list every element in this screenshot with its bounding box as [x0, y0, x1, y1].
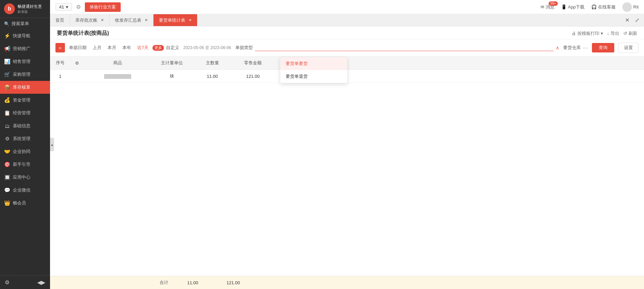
- col-quantity: 主数量: [192, 57, 233, 70]
- date-range-text: 2023-05-06 至 2023-06-06: [183, 45, 231, 51]
- app-center-icon: 🔲: [4, 174, 10, 180]
- col-unit: 主计量单位: [151, 57, 192, 70]
- sidebar-item-purchase[interactable]: 🛒 采购管理: [0, 68, 50, 81]
- sidebar-item-finance[interactable]: 💰 资金管理: [0, 94, 50, 107]
- print-action[interactable]: 🖨 按模板打印 ▾: [572, 30, 603, 37]
- export-icon: ↓: [607, 31, 610, 36]
- date-btn-this-year[interactable]: 本年: [120, 44, 133, 51]
- tab-close-all-btn[interactable]: ✕: [623, 16, 631, 24]
- date-custom-btn[interactable]: 自定义: [166, 45, 179, 51]
- tab-label: 要货单统计表: [159, 17, 185, 23]
- col-settings[interactable]: ⚙: [70, 57, 84, 70]
- col-goods: 商品: [84, 57, 151, 70]
- sidebar-item-label: 企业微信: [13, 187, 30, 193]
- sidebar-bottom: ⚙ ◀▶: [0, 275, 50, 289]
- mobile-icon: 📱: [561, 4, 567, 9]
- topbar-dropdown-arrow: ▾: [66, 4, 68, 9]
- tab-close-order-stats[interactable]: ✕: [189, 18, 192, 22]
- cell-settings: [70, 70, 84, 83]
- date-filter-label: 单据日期: [69, 45, 87, 51]
- dropdown-item-order-return[interactable]: 要货单退货: [280, 70, 347, 83]
- tab-order-stats[interactable]: 要货单统计表 ✕: [153, 14, 197, 26]
- search-icon: 🔍: [4, 21, 9, 26]
- sidebar-item-label: 资金管理: [13, 97, 30, 103]
- user-avatar-item[interactable]: Rit: [622, 2, 639, 12]
- sidebar-item-label: 基础信息: [13, 123, 30, 129]
- sidebar: b 畅捷通好生意 标准版 🔍 搜索菜单 ⚡ 快捷导航 📢 营销推广 📊 销售管理…: [0, 0, 50, 289]
- sidebar-item-label: 库存核算: [13, 84, 30, 90]
- quick-nav-icon: ⚡: [4, 33, 10, 39]
- table-container: 序号 ⚙ 商品 主计量单位 主数量 零售金额 1: [50, 57, 644, 276]
- type-filter-label: 单据类型: [235, 45, 253, 51]
- date-more-badge[interactable]: 更多: [152, 45, 164, 51]
- settings-bottom-icon[interactable]: ⚙: [5, 279, 9, 286]
- date-btn-this-month[interactable]: 本月: [105, 44, 118, 51]
- type-dropdown-popup: 要货单要货 要货单退货: [280, 57, 348, 83]
- sidebar-item-vip[interactable]: 👑 畅会员: [0, 197, 50, 209]
- footer-amount: 121.00: [213, 280, 254, 285]
- type-filter-input[interactable]: [255, 44, 554, 51]
- sidebar-search[interactable]: 🔍 搜索菜单: [0, 18, 50, 29]
- col-seq: 序号: [50, 57, 70, 70]
- tab-close-shipment[interactable]: ✕: [145, 18, 148, 22]
- wechat-icon: 💬: [4, 187, 10, 193]
- export-action[interactable]: ↓ 导出: [607, 30, 620, 37]
- settings-gear-icon[interactable]: ⚙: [76, 4, 81, 10]
- app-name: 畅捷通好生意: [18, 4, 42, 9]
- sidebar-item-quick-nav[interactable]: ⚡ 快捷导航: [0, 29, 50, 42]
- settings-btn[interactable]: 设置: [618, 43, 639, 53]
- date-btn-7days[interactable]: 近7天: [135, 44, 150, 51]
- tab-shipment-summary[interactable]: 收发存汇总表 ✕: [110, 14, 153, 26]
- sidebar-item-label: 快捷导航: [13, 33, 30, 39]
- cell-unit: 块: [151, 70, 192, 83]
- dropdown-item-order-goods[interactable]: 要货单要货: [280, 57, 347, 70]
- warehouse-filter-label: 要货仓库: [563, 45, 581, 51]
- main-area: 41 ▾ ⚙ 体验行业方案 ✉ 消息 99+ 📱 App下载 🎧 在线客服 Ri…: [50, 0, 644, 289]
- query-btn[interactable]: 查询: [592, 43, 614, 52]
- app-download-item[interactable]: 📱 App下载: [561, 4, 585, 10]
- sidebar-item-label: 系统管理: [13, 136, 30, 142]
- enterprise-icon: 🤝: [4, 149, 10, 155]
- sidebar-item-wechat[interactable]: 💬 企业微信: [0, 184, 50, 197]
- refresh-action[interactable]: ↺ 刷新: [623, 30, 637, 37]
- sidebar-collapse-btn[interactable]: ▲: [50, 138, 54, 151]
- tab-maximize-btn[interactable]: ⤢: [633, 16, 641, 24]
- tab-close-inventory-batch[interactable]: ✕: [101, 18, 104, 22]
- online-service-label: 在线客服: [598, 4, 616, 10]
- tab-actions: ✕ ⤢: [620, 16, 644, 24]
- sidebar-item-inventory[interactable]: 📦 库存核算: [0, 81, 50, 94]
- sidebar-item-label: 应用中心: [13, 174, 30, 180]
- sidebar-item-guide[interactable]: 🎯 新手引导: [0, 158, 50, 171]
- sidebar-item-enterprise[interactable]: 🤝 企业协同: [0, 145, 50, 158]
- tab-label: 收发存汇总表: [115, 17, 141, 23]
- trial-btn[interactable]: 体验行业方案: [85, 2, 121, 12]
- cell-amount: 121.00: [233, 70, 273, 83]
- topbar-dropdown-value: 41: [59, 4, 64, 9]
- sidebar-item-app-center[interactable]: 🔲 应用中心: [0, 171, 50, 184]
- message-icon: ✉: [541, 4, 544, 9]
- operation-icon: 📋: [4, 110, 10, 116]
- cell-goods: [84, 70, 151, 83]
- vip-icon: 👑: [4, 200, 10, 206]
- online-service-item[interactable]: 🎧 在线客服: [591, 4, 616, 10]
- page-actions: 🖨 按模板打印 ▾ ↓ 导出 ↺ 刷新: [572, 30, 638, 37]
- messages-item[interactable]: ✉ 消息 99+: [541, 4, 554, 10]
- tab-label: 库存批次账: [75, 17, 97, 23]
- tab-inventory-batch[interactable]: 库存批次账 ✕: [70, 14, 110, 26]
- date-btn-last-month[interactable]: 上月: [91, 44, 103, 51]
- warehouse-more-btn[interactable]: ···: [583, 44, 588, 51]
- user-name: Rit: [633, 4, 639, 9]
- topbar-dropdown[interactable]: 41 ▾: [55, 3, 72, 11]
- topbar-right: ✉ 消息 99+ 📱 App下载 🎧 在线客服 Rit: [541, 2, 639, 12]
- sidebar-item-label: 新手引导: [13, 161, 30, 168]
- type-filter-arrow[interactable]: ∧: [556, 45, 559, 50]
- sidebar-item-operation[interactable]: 📋 经营管理: [0, 107, 50, 119]
- sidebar-item-sales[interactable]: 📊 销售管理: [0, 55, 50, 68]
- sidebar-item-system[interactable]: ⚙ 系统管理: [0, 132, 50, 145]
- sidebar-logo: b 畅捷通好生意 标准版: [0, 0, 50, 18]
- collapse-icon[interactable]: ◀▶: [37, 279, 45, 286]
- sidebar-item-marketing[interactable]: 📢 营销推广: [0, 42, 50, 55]
- filter-expand-btn[interactable]: »: [55, 43, 65, 52]
- tab-home[interactable]: 首页: [50, 14, 70, 26]
- sidebar-item-basic[interactable]: 🗂 基础信息: [0, 119, 50, 132]
